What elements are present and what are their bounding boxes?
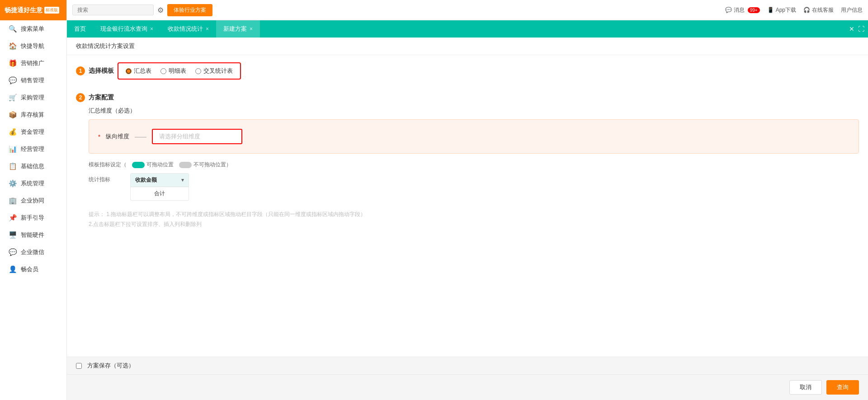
logo-area: 畅捷通好生意 标准版 [0, 0, 66, 20]
dimension-vertical-label: 纵向维度 [106, 132, 129, 141]
dimension-placeholder: 请选择分组维度 [159, 133, 200, 140]
save-plan-checkbox[interactable] [76, 363, 82, 369]
wechat-icon: 💬 [9, 248, 17, 256]
sidebar-item-smart-hardware[interactable]: 🖥️ 智能硬件 [0, 226, 66, 244]
radio-cross[interactable]: 交叉统计表 [195, 67, 233, 75]
cart-icon: 🛒 [9, 94, 17, 102]
stats-table-row: 合计 [131, 187, 189, 200]
sidebar-item-basic-info[interactable]: 📋 基础信息 [0, 158, 66, 175]
tab-new-plan[interactable]: 新建方案 × [216, 20, 260, 38]
user-label: 用户信息 [841, 6, 863, 14]
close-window-icon[interactable]: ✕ [849, 25, 854, 33]
stats-table: 收款金额 ▾ 合计 [130, 173, 189, 201]
tabbar: 首页 现金银行流水查询 × 收款情况统计 × 新建方案 × ✕ ⛶ [67, 20, 868, 38]
content-inner: 收款情况统计方案设置 1 选择模板 汇总表 明细表 [67, 38, 868, 357]
app-download-item[interactable]: 📱 App下载 [767, 6, 796, 14]
toggle-non-draggable[interactable]: 不可拖动位置） [179, 161, 231, 169]
sidebar-item-marketing[interactable]: 🎁 营销推广 [0, 55, 66, 72]
tabbar-right-actions: ✕ ⛶ [849, 20, 868, 38]
toggle-non-draggable-label: 不可拖动位置） [193, 161, 231, 169]
sidebar-item-enterprise-wechat[interactable]: 💬 企业微信 [0, 244, 66, 261]
box-icon: 📦 [9, 111, 17, 119]
topbar: ⚙ 体验行业方案 💬 消息 99+ 📱 App下载 🎧 在线客服 用户信息 [67, 0, 868, 20]
sidebar-item-purchase[interactable]: 🛒 采购管理 [0, 89, 66, 106]
cancel-button[interactable]: 取消 [789, 380, 822, 395]
section2-header: 2 方案配置 [76, 93, 859, 102]
expand-window-icon[interactable]: ⛶ [858, 25, 864, 33]
sidebar-item-beginner[interactable]: 📌 新手引导 [0, 209, 66, 226]
dimension-select[interactable]: 请选择分组维度 [152, 129, 242, 144]
tab-payment-stats[interactable]: 收款情况统计 × [160, 20, 216, 38]
dimension-area: * 纵向维度 —— 请选择分组维度 [89, 119, 859, 154]
search-input[interactable] [72, 5, 154, 15]
dimension-outer: 汇总维度（必选） * 纵向维度 —— 请选择分组维度 [76, 107, 859, 233]
logo-badge: 标准版 [44, 7, 59, 14]
sidebar-item-label: 基础信息 [21, 162, 44, 170]
tab-bank-flow-label: 现金银行流水查询 [100, 25, 147, 33]
tab-new-plan-label: 新建方案 [223, 25, 247, 33]
radio-detail-input[interactable] [160, 68, 166, 74]
indicator-title: 模板指标设定（ [89, 161, 127, 169]
topbar-gear-icon[interactable]: ⚙ [157, 6, 164, 14]
message-item[interactable]: 💬 消息 99+ [725, 6, 760, 14]
sidebar-item-member[interactable]: 👤 畅会员 [0, 261, 66, 278]
sidebar-item-inventory[interactable]: 📦 库存核算 [0, 106, 66, 123]
list-icon: 📋 [9, 162, 17, 170]
dimension-required-label: * [98, 133, 100, 140]
app-icon: 📱 [767, 7, 774, 13]
sidebar-item-finance[interactable]: 💰 资金管理 [0, 123, 66, 141]
sidebar-item-label: 采购管理 [21, 94, 44, 102]
query-button[interactable]: 查询 [826, 380, 859, 395]
tab-new-plan-close[interactable]: × [250, 26, 253, 32]
save-plan-label: 方案保存（可选） [87, 362, 134, 370]
radio-summary-input[interactable] [126, 68, 132, 74]
section1-label: 选择模板 [89, 67, 114, 75]
tab-payment-stats-close[interactable]: × [206, 26, 209, 32]
sidebar: 畅捷通好生意 标准版 🔍 搜索菜单 🏠 快捷导航 🎁 营销推广 💬 销售管理 🛒… [0, 0, 67, 400]
sidebar-item-label: 新手引导 [21, 214, 44, 222]
stats-table-header: 收款金额 ▾ [131, 174, 189, 187]
tab-home[interactable]: 首页 [67, 20, 93, 38]
tab-bank-flow[interactable]: 现金银行流水查询 × [93, 20, 160, 38]
online-service-item[interactable]: 🎧 在线客服 [803, 6, 834, 14]
sidebar-item-label: 资金管理 [21, 128, 44, 136]
radio-detail[interactable]: 明细表 [160, 67, 186, 75]
user-info-item[interactable]: 用户信息 [841, 6, 863, 14]
sidebar-item-enterprise-collab[interactable]: 🏢 企业协同 [0, 192, 66, 209]
radio-summary-label: 汇总表 [134, 67, 151, 75]
template-options-box: 汇总表 明细表 交叉统计表 [118, 62, 241, 80]
tab-bank-flow-close[interactable]: × [150, 26, 153, 32]
online-service-label: 在线客服 [812, 6, 834, 14]
sidebar-item-label: 搜索菜单 [21, 25, 44, 33]
indicator-settings: 模板指标设定（ 可拖动位置 不可拖动位置） [89, 161, 859, 201]
sidebar-item-quick-nav[interactable]: 🏠 快捷导航 [0, 38, 66, 55]
toggle-draggable-pill [132, 162, 145, 168]
gear-icon: ⚙️ [9, 179, 17, 188]
toggle-draggable-label: 可拖动位置 [146, 161, 174, 169]
sidebar-item-sales[interactable]: 💬 销售管理 [0, 72, 66, 89]
toggle-draggable[interactable]: 可拖动位置 [132, 161, 174, 169]
sidebar-item-operations[interactable]: 📊 经营管理 [0, 141, 66, 158]
chart-icon: 📊 [9, 145, 17, 153]
radio-cross-input[interactable] [195, 68, 201, 74]
dimension-row: * 纵向维度 —— 请选择分组维度 [98, 129, 849, 144]
service-icon: 🎧 [803, 7, 810, 13]
stats-col-chevron[interactable]: ▾ [181, 177, 184, 183]
message-badge: 99+ [748, 7, 760, 13]
sidebar-item-search[interactable]: 🔍 搜索菜单 [0, 20, 66, 38]
sidebar-item-label: 系统管理 [21, 179, 44, 188]
hint-area: 提示： 1.拖动标题栏可以调整布局，不可跨维度或指标区域拖动栏目字段（只能在同一… [89, 206, 859, 233]
section2-number: 2 [76, 93, 85, 102]
sidebar-item-label: 企业微信 [21, 248, 44, 256]
bottom-bar: 方案保存（可选） [67, 357, 868, 374]
sidebar-item-label: 畅会员 [21, 265, 38, 273]
trial-button[interactable]: 体验行业方案 [167, 4, 212, 16]
sidebar-item-label: 智能硬件 [21, 231, 44, 239]
sidebar-item-system[interactable]: ⚙️ 系统管理 [0, 175, 66, 192]
radio-summary[interactable]: 汇总表 [126, 67, 151, 75]
message-label: 消息 [734, 6, 745, 14]
sidebar-item-label: 企业协同 [21, 197, 44, 205]
gift-icon: 🎁 [9, 59, 17, 67]
monitor-icon: 🖥️ [9, 231, 17, 239]
sidebar-item-label: 营销推广 [21, 59, 44, 67]
